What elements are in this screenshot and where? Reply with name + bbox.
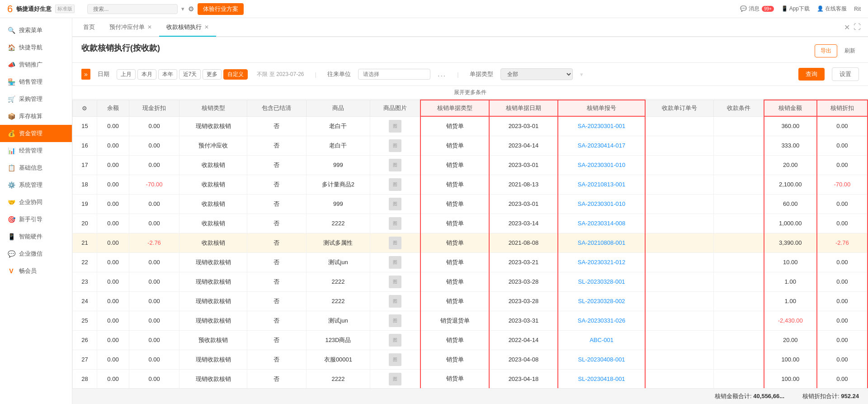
sidebar-item-business[interactable]: 📊 经营管理 [0, 142, 72, 159]
top-search-input[interactable] [87, 4, 178, 14]
sidebar-label: 营销推广 [19, 61, 42, 69]
industry-btn[interactable]: 体验行业方案 [198, 3, 244, 15]
row-offset-bill-no[interactable]: SA-20230314-008 [558, 214, 646, 233]
row-offset-bill-no[interactable]: SA-20230301-010 [558, 194, 646, 214]
refresh-btn[interactable]: 刷新 [841, 45, 859, 57]
row-include-settled: 否 [247, 330, 307, 350]
last-7days-btn[interactable]: 近7天 [179, 69, 201, 80]
table-row: 21 0.00 -2.76 收款核销 否 测试多属性 图 销货单 2021-08… [73, 233, 868, 252]
tab-prepay-close[interactable]: ✕ [147, 24, 152, 30]
filter-collapse-btn[interactable]: » [81, 69, 90, 80]
row-product: 2222 [306, 214, 370, 233]
col-offset-type: 核销类型 [179, 100, 247, 116]
this-year-btn[interactable]: 本年 [158, 69, 177, 80]
row-offset-type: 现销收款核销 [179, 291, 247, 311]
col-product: 商品 [306, 100, 370, 116]
more-date-btn[interactable]: 更多 [203, 69, 222, 80]
row-offset-bill-date: 2023-03-28 [489, 291, 558, 311]
row-offset-bill-no[interactable]: SA-20230321-012 [558, 252, 646, 272]
row-offset-bill-no[interactable]: SA-20230414-017 [558, 136, 646, 155]
query-btn[interactable]: 查询 [798, 68, 825, 81]
row-offset-bill-no[interactable]: SL-20230418-001 [558, 369, 646, 388]
tab-receipt-close[interactable]: ✕ [204, 24, 209, 30]
row-offset-bill-date: 2023-03-31 [489, 311, 558, 330]
notification-btn[interactable]: 💬 消息 99+ [740, 5, 774, 13]
bill-type-select[interactable]: 全部 销货单 销货退货单 [500, 68, 573, 80]
row-receipt-condition [713, 311, 764, 330]
row-offset-amount: 60.00 [764, 194, 817, 214]
row-offset-amount: 20.00 [764, 330, 817, 350]
row-offset-bill-no[interactable]: SA-20210808-001 [558, 233, 646, 252]
sidebar-item-quick-nav[interactable]: 🏠 快捷导航 [0, 39, 72, 56]
row-receipt-order-no [645, 214, 713, 233]
sidebar-item-corp-collab[interactable]: 🤝 企业协同 [0, 194, 72, 211]
row-offset-bill-no[interactable]: SA-20230301-001 [558, 116, 646, 136]
settings-icon[interactable]: ⚙ [188, 5, 194, 13]
tab-bar: 首页 预付冲应付单 ✕ 收款核销执行 ✕ ✕ ⛶ [72, 18, 868, 37]
sidebar-item-marketing[interactable]: 📣 营销推广 [0, 56, 72, 73]
row-offset-bill-type: 销货单 [420, 214, 489, 233]
row-include-settled: 否 [247, 272, 307, 291]
dropdown-icon[interactable]: ▾ [181, 5, 184, 12]
sidebar-item-vip[interactable]: V 畅会员 [0, 262, 72, 280]
product-image-cell: 图 [370, 175, 421, 194]
row-offset-type: 收款核销 [179, 194, 247, 214]
row-offset-bill-no[interactable]: ABC-001 [558, 330, 646, 350]
row-offset-discount: 0.00 [817, 311, 868, 330]
product-image-cell: 图 [370, 272, 421, 291]
user-name[interactable]: Rit [854, 6, 861, 12]
sidebar-item-search-menu[interactable]: 🔍 搜索菜单 [0, 22, 72, 39]
app-download-btn[interactable]: 📱 App下载 [781, 5, 810, 13]
row-id: 16 [73, 136, 97, 155]
sidebar-item-system[interactable]: ⚙️ 系统管理 [0, 176, 72, 194]
row-offset-bill-no[interactable]: SL-20230328-001 [558, 272, 646, 291]
sidebar-item-basic-info[interactable]: 📋 基础信息 [0, 159, 72, 176]
tab-expand-icon[interactable]: ⛶ [854, 23, 861, 31]
last-month-btn[interactable]: 上月 [117, 69, 136, 80]
sidebar-label: 经营管理 [19, 147, 42, 155]
from-unit-input[interactable] [358, 69, 430, 80]
row-offset-bill-no[interactable]: SL-20230328-002 [558, 291, 646, 311]
sidebar-item-smart-hw[interactable]: 📱 智能硬件 [0, 228, 72, 245]
row-offset-discount: 0.00 [817, 194, 868, 214]
settings-btn[interactable]: 设置 [832, 67, 859, 81]
sidebar-item-newbie[interactable]: 🎯 新手引导 [0, 211, 72, 228]
row-offset-bill-no[interactable]: SA-20230301-010 [558, 155, 646, 175]
row-balance: 0.00 [97, 136, 129, 155]
tab-close-all-icon[interactable]: ✕ [844, 23, 850, 32]
row-cash-discount: 0.00 [129, 214, 179, 233]
col-settings[interactable]: ⚙ [73, 100, 97, 116]
sidebar-item-capital[interactable]: 💰 资金管理 [0, 125, 72, 142]
tab-receipt-offset[interactable]: 收款核销执行 ✕ [159, 19, 216, 37]
row-offset-bill-type: 销货单 [420, 252, 489, 272]
row-id: 25 [73, 311, 97, 330]
row-offset-bill-no[interactable]: SL-20230408-001 [558, 350, 646, 369]
export-btn[interactable]: 导出 [815, 44, 837, 57]
row-product: 2222 [306, 291, 370, 311]
row-receipt-order-no [645, 155, 713, 175]
this-month-btn[interactable]: 本月 [137, 69, 156, 80]
tab-home[interactable]: 首页 [76, 19, 102, 37]
row-offset-bill-date: 2023-04-14 [489, 136, 558, 155]
sidebar-item-purchase[interactable]: 🛒 采购管理 [0, 90, 72, 108]
row-id: 17 [73, 155, 97, 175]
total-amount-value: 40,556,66... [753, 393, 784, 399]
row-offset-bill-no[interactable]: SA-20210813-001 [558, 175, 646, 194]
row-receipt-order-no [645, 311, 713, 330]
row-offset-bill-date: 2023-04-18 [489, 369, 558, 388]
expand-link[interactable]: 展开更多条件 [454, 89, 486, 95]
sidebar-item-sales[interactable]: 🏪 销售管理 [0, 73, 72, 90]
row-include-settled: 否 [247, 194, 307, 214]
sidebar-item-inventory[interactable]: 📦 库存核算 [0, 108, 72, 125]
row-receipt-order-no [645, 369, 713, 388]
row-offset-amount: -2,430.00 [764, 311, 817, 330]
custom-date-btn[interactable]: 自定义 [223, 69, 248, 80]
row-offset-bill-date: 2022-04-14 [489, 330, 558, 350]
row-cash-discount: 0.00 [129, 136, 179, 155]
row-id: 19 [73, 194, 97, 214]
table-wrapper[interactable]: ⚙ 余额 现金折扣 核销类型 包含已结清 商品 商品图片 核销单据类型 核销单据… [72, 100, 868, 388]
sidebar-item-wechat-corp[interactable]: 💬 企业微信 [0, 245, 72, 262]
row-offset-bill-no[interactable]: SA-20230331-026 [558, 311, 646, 330]
tab-prepay-offset[interactable]: 预付冲应付单 ✕ [102, 19, 159, 37]
online-service-btn[interactable]: 👤 在线客服 [817, 5, 847, 13]
